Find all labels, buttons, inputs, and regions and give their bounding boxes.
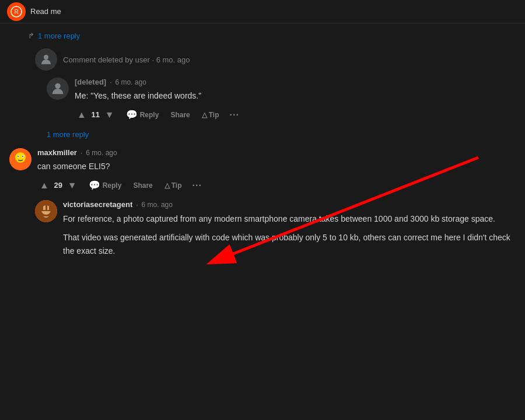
deleted-avatar	[35, 48, 57, 71]
comment2-share-btn[interactable]: Share	[128, 179, 157, 192]
comment2-content: maxkmiller · 6 mo. ago can someone ELI5?…	[37, 148, 516, 193]
more-reply-middle-link[interactable]: 1 more reply	[47, 130, 89, 139]
top-bar-text: Read me	[30, 7, 61, 16]
comment2-more-btn[interactable]: ···	[189, 178, 205, 193]
redirect-icon: ↱	[28, 32, 34, 40]
comment2-meta: maxkmiller · 6 mo. ago	[37, 148, 516, 157]
svg-point-5	[15, 152, 26, 163]
comment3-meta: victoriasecretagent · 6 mo. ago	[63, 200, 516, 209]
comment1-reply-icon: 💬	[126, 109, 138, 120]
svg-point-3	[55, 83, 60, 89]
comment1-more-btn[interactable]: ···	[226, 107, 243, 123]
comment2-vote-section: ▲ 29 ▼	[37, 178, 79, 193]
comment1-meta: [deleted] · 6 mo. ago	[75, 78, 516, 86]
comment1-username: [deleted]	[75, 78, 106, 86]
comment1-text: Me: "Yes, these are indeed words."	[75, 90, 516, 102]
svg-rect-15	[41, 210, 51, 211]
comment2-tip-btn[interactable]: △ Tip	[160, 179, 187, 192]
comment1-avatar	[47, 78, 69, 100]
comment1-content: [deleted] · 6 mo. ago Me: "Yes, these ar…	[75, 78, 516, 123]
comment2-dot: ·	[80, 149, 82, 157]
comment3-inner: victoriasecretagent · 6 mo. ago For refe…	[35, 200, 516, 263]
comment1-vote-section: ▲ 11 ▼	[75, 107, 117, 123]
comment2-reply-icon: 💬	[89, 180, 100, 191]
comment2-vote-count: 29	[54, 181, 63, 190]
comment3-dot: ·	[136, 201, 138, 209]
comment3-container: victoriasecretagent · 6 mo. ago For refe…	[0, 198, 525, 265]
comment3-time: 6 mo. ago	[142, 201, 173, 209]
comment2-text: can someone ELI5?	[37, 160, 516, 173]
comment2-container: maxkmiller · 6 mo. ago can someone ELI5?…	[0, 144, 525, 198]
comment2-downvote[interactable]: ▼	[65, 178, 79, 193]
comment1-reply-btn[interactable]: 💬 Reply	[121, 107, 164, 123]
comment1-container: [deleted] · 6 mo. ago Me: "Yes, these ar…	[0, 75, 525, 125]
comment3-avatar	[35, 200, 57, 222]
svg-rect-12	[41, 206, 43, 211]
comment1-time: 6 mo. ago	[116, 78, 146, 86]
comment2-inner: maxkmiller · 6 mo. ago can someone ELI5?…	[9, 148, 516, 193]
svg-rect-14	[49, 206, 51, 211]
svg-text:R: R	[14, 9, 18, 15]
tip-triangle-icon2: △	[164, 181, 170, 190]
comment1-timestamp: ·	[110, 78, 111, 86]
more-reply-top-row: ↱ 1 more reply	[0, 28, 525, 44]
more-reply-top-link[interactable]: 1 more reply	[38, 32, 80, 40]
comment2-username: maxkmiller	[37, 148, 77, 157]
svg-rect-13	[46, 205, 47, 211]
comment1-vote-count: 11	[91, 110, 100, 119]
svg-point-9	[22, 156, 23, 157]
comment2-upvote[interactable]: ▲	[37, 178, 51, 193]
comment1-actions: ▲ 11 ▼ 💬 Reply Share △ Tip ·	[75, 107, 516, 123]
comment2-actions: ▲ 29 ▼ 💬 Reply Share △ Tip ·	[37, 177, 516, 193]
tip-triangle-icon: △	[202, 111, 207, 119]
comment2-time: 6 mo. ago	[86, 149, 117, 157]
comment2-avatar	[9, 148, 32, 170]
comment1-downvote[interactable]: ▼	[103, 107, 117, 123]
comment3-username: victoriasecretagent	[63, 200, 132, 209]
comment1-tip-btn[interactable]: △ Tip	[197, 108, 224, 121]
top-bar: R Read me	[0, 0, 525, 23]
comment3-text2: That video was generated artificially wi…	[63, 231, 516, 257]
comment1-upvote[interactable]: ▲	[75, 107, 89, 123]
comment1-share-btn[interactable]: Share	[166, 108, 194, 121]
comment1-inner: [deleted] · 6 mo. ago Me: "Yes, these ar…	[47, 78, 516, 123]
more-reply-middle-row: 1 more reply	[0, 125, 525, 144]
comments-container: ↱ 1 more reply Comment deleted by user ·…	[0, 23, 525, 270]
svg-point-2	[44, 55, 48, 60]
comment2-reply-btn[interactable]: 💬 Reply	[84, 177, 127, 193]
comment3-text1: For reference, a photo captured from any…	[63, 212, 516, 225]
comment3-content: victoriasecretagent · 6 mo. ago For refe…	[63, 200, 516, 263]
app-icon: R	[7, 2, 26, 21]
svg-point-8	[18, 156, 19, 157]
deleted-comment-text: Comment deleted by user · 6 mo. ago	[63, 55, 190, 64]
deleted-comment-row: Comment deleted by user · 6 mo. ago	[0, 44, 525, 75]
